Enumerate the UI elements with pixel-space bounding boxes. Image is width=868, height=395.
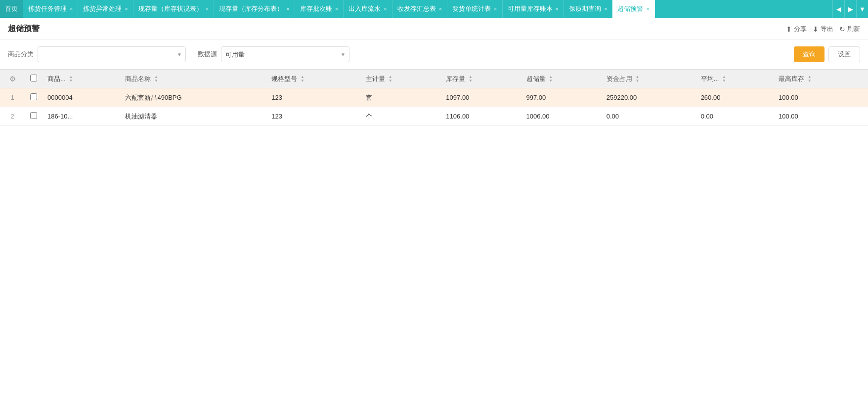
datasource-filter: 数据源 可用量: [198, 46, 349, 62]
page-title: 超储预警: [8, 24, 40, 34]
page-header: 超储预警 ⬆ 分享 ⬇ 导出 ↻ 刷新: [0, 18, 868, 40]
cell-checkbox[interactable]: [25, 107, 43, 126]
col-header-capital[interactable]: 资金占用 ▲ ▼: [602, 70, 696, 88]
filter-area: 商品分类 数据源 可用量 查询 设置: [0, 40, 868, 69]
cell-unit: 套: [361, 88, 441, 107]
nav-item-现存量库存状况表[interactable]: 现存量（库存状况表）×: [133, 0, 214, 18]
col-header-overstock[interactable]: 超储量 ▲ ▼: [521, 70, 602, 88]
nav-item-拣货任务管理[interactable]: 拣货任务管理×: [23, 0, 78, 18]
close-icon[interactable]: ×: [384, 6, 387, 12]
close-icon[interactable]: ×: [494, 6, 497, 12]
export-action[interactable]: ⬇ 导出: [813, 25, 833, 34]
cell-max-stock: 100.00: [774, 107, 868, 126]
cell-overstock: 1006.00: [521, 107, 602, 126]
cell-checkbox[interactable]: [25, 88, 43, 107]
nav-menu-arrow[interactable]: ▼: [856, 0, 868, 18]
sort-icons-product-code: ▲ ▼: [69, 75, 73, 83]
nav-item-收发存汇总表[interactable]: 收发存汇总表×: [392, 0, 447, 18]
sort-icons-spec: ▲ ▼: [301, 75, 304, 83]
col-capital-label: 资金占用: [607, 75, 632, 82]
datasource-label: 数据源: [198, 50, 217, 59]
table-body: 10000004六配套新昌490BPG123套1097.00997.002592…: [0, 88, 868, 126]
col-settings[interactable]: ⚙: [0, 70, 25, 88]
close-icon[interactable]: ×: [556, 6, 559, 12]
cell-avg: 0.00: [696, 107, 774, 126]
nav-item-首页[interactable]: 首页: [0, 0, 23, 18]
sort-icons-stock: ▲ ▼: [469, 75, 473, 83]
select-all-checkbox[interactable]: [30, 75, 37, 81]
sort-icons-unit: ▲ ▼: [389, 75, 392, 83]
cell-product-code: 0000004: [43, 88, 120, 107]
col-header-unit[interactable]: 主计量 ▲ ▼: [361, 70, 441, 88]
nav-item-超储预警[interactable]: 超储预警×: [612, 0, 654, 18]
nav-item-库存批次账[interactable]: 库存批次账×: [295, 0, 344, 18]
gear-icon[interactable]: ⚙: [9, 75, 16, 83]
cell-product-name: 六配套新昌490BPG: [120, 88, 266, 107]
cell-overstock: 997.00: [521, 88, 602, 107]
col-header-product-code[interactable]: 商品... ▲ ▼: [43, 70, 120, 88]
col-header-spec[interactable]: 规格型号 ▲ ▼: [266, 70, 361, 88]
page-content: 超储预警 ⬆ 分享 ⬇ 导出 ↻ 刷新 商品分类: [0, 18, 868, 395]
refresh-action[interactable]: ↻ 刷新: [839, 25, 860, 34]
sort-icons-overstock: ▲ ▼: [549, 75, 553, 83]
category-filter: 商品分类: [8, 46, 186, 62]
cell-spec: 123: [266, 88, 361, 107]
cell-seq: 2: [0, 107, 25, 126]
category-select-wrap: [38, 46, 186, 62]
share-label: 分享: [794, 25, 807, 34]
col-header-max-stock[interactable]: 最高库存 ▲ ▼: [774, 70, 868, 88]
table-wrap: ⚙ 商品... ▲ ▼ 商品名称: [0, 69, 868, 126]
nav-arrows: ◀ ▶ ▼: [832, 0, 868, 18]
header-actions: ⬆ 分享 ⬇ 导出 ↻ 刷新: [786, 25, 860, 34]
nav-item-现存量库存分布表[interactable]: 现存量（库存分布表）×: [214, 0, 295, 18]
category-label: 商品分类: [8, 50, 34, 59]
close-icon[interactable]: ×: [335, 6, 338, 12]
nav-next-arrow[interactable]: ▶: [844, 0, 856, 18]
col-max-stock-label: 最高库存: [779, 75, 804, 82]
nav-item-拣货异常处理[interactable]: 拣货异常处理×: [78, 0, 133, 18]
row-checkbox[interactable]: [30, 112, 37, 119]
close-icon[interactable]: ×: [439, 6, 442, 12]
sort-icons-avg: ▲ ▼: [722, 75, 726, 83]
top-navigation: 首页拣货任务管理×拣货异常处理×现存量（库存状况表）×现存量（库存分布表）×库存…: [0, 0, 868, 18]
query-button[interactable]: 查询: [794, 46, 825, 62]
col-header-avg[interactable]: 平均... ▲ ▼: [696, 70, 774, 88]
cell-unit: 个: [361, 107, 441, 126]
share-action[interactable]: ⬆ 分享: [786, 25, 807, 34]
table-row: 2186-10...机油滤清器123个1106.001006.000.000.0…: [0, 107, 868, 126]
datasource-select[interactable]: 可用量: [221, 46, 349, 62]
close-icon[interactable]: ×: [604, 6, 607, 12]
sort-icons-max-stock: ▲ ▼: [808, 75, 812, 83]
share-icon: ⬆: [786, 25, 792, 33]
refresh-label: 刷新: [847, 25, 860, 34]
nav-prev-arrow[interactable]: ◀: [832, 0, 844, 18]
nav-item-要货单统计表[interactable]: 要货单统计表×: [447, 0, 502, 18]
col-header-stock[interactable]: 库存量 ▲ ▼: [441, 70, 521, 88]
sort-icons-product-name: ▲ ▼: [154, 75, 158, 83]
filter-right-actions: 查询 设置: [794, 46, 860, 62]
settings-button[interactable]: 设置: [828, 46, 860, 62]
col-overstock-label: 超储量: [526, 75, 546, 82]
category-select[interactable]: [38, 46, 186, 62]
col-product-name-label: 商品名称: [125, 75, 151, 82]
col-select-all[interactable]: [25, 70, 43, 88]
nav-item-可用量库存账本[interactable]: 可用量库存账本×: [503, 0, 564, 18]
nav-item-保质期查询[interactable]: 保质期查询×: [564, 0, 612, 18]
col-spec-label: 规格型号: [271, 75, 297, 82]
close-icon[interactable]: ×: [286, 6, 289, 12]
nav-item-出入库流水[interactable]: 出入库流水×: [344, 0, 392, 18]
close-icon[interactable]: ×: [125, 6, 128, 12]
close-icon[interactable]: ×: [70, 6, 73, 12]
cell-spec: 123: [266, 107, 361, 126]
cell-stock: 1106.00: [441, 107, 521, 126]
data-table: ⚙ 商品... ▲ ▼ 商品名称: [0, 69, 868, 126]
cell-capital: 259220.00: [602, 88, 696, 107]
row-checkbox[interactable]: [30, 93, 37, 100]
col-stock-label: 库存量: [446, 75, 465, 82]
col-header-product-name[interactable]: 商品名称 ▲ ▼: [120, 70, 266, 88]
cell-product-name: 机油滤清器: [120, 107, 266, 126]
table-header-row: ⚙ 商品... ▲ ▼ 商品名称: [0, 70, 868, 88]
close-icon[interactable]: ×: [206, 6, 209, 12]
close-icon[interactable]: ×: [646, 6, 649, 12]
sort-icons-capital: ▲ ▼: [635, 75, 639, 83]
